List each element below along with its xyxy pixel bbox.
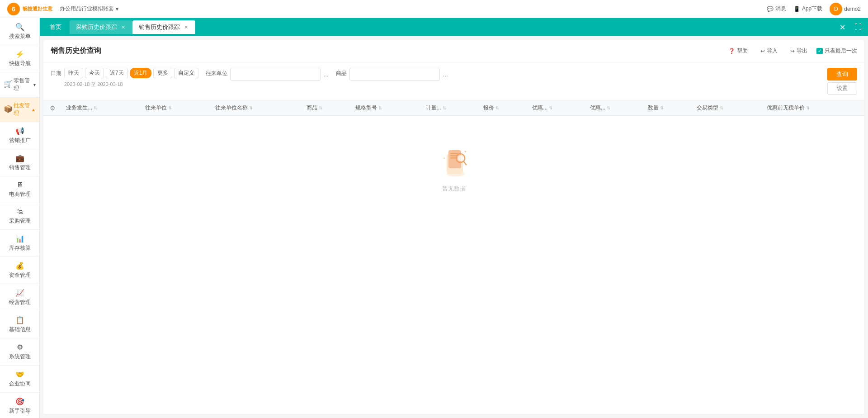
quick-nav-icon: ⚡ — [15, 50, 24, 58]
sort-icon-pre-tax-price: ⇅ — [806, 105, 810, 110]
show-last-checkbox[interactable]: ✓ 只看最后一次 — [816, 47, 857, 55]
product-filter-label: 商品 — [336, 70, 347, 77]
sidebar-item-system[interactable]: ⚙ 系统管理 — [0, 338, 39, 366]
main-layout: 🔍 搜索菜单 ⚡ 快捷导航 🛒 零售管理 ▾ 📦 批发管理 ▲ 📢 营销推广 💼… — [0, 18, 868, 418]
sidebar-item-guide[interactable]: 🎯 新手引导 — [0, 393, 39, 418]
th-product[interactable]: 商品 ⇅ — [302, 100, 351, 116]
th-partner-name[interactable]: 往来单位名称 ⇅ — [211, 100, 302, 116]
sort-icon-spec: ⇅ — [378, 105, 382, 110]
top-bar: 6 畅捷通好生意 办公用品行业模拟账套 ▾ 💬 消息 📱 App下载 D dem… — [0, 0, 868, 18]
date-btn-more[interactable]: 更多 — [153, 68, 172, 78]
query-button[interactable]: 查询 — [827, 68, 857, 81]
sidebar-item-label: 库存核算 — [9, 244, 31, 252]
product-filter-group: 商品 ... — [336, 68, 448, 81]
th-partner-code[interactable]: 往来单位 ⇅ — [141, 100, 211, 116]
date-btn-custom[interactable]: 自定义 — [174, 68, 198, 78]
sort-icon-discount2: ⇅ — [607, 105, 610, 110]
marketing-icon: 📢 — [15, 127, 24, 135]
tab-purchase-history[interactable]: 采购历史价跟踪 ✕ — [70, 20, 132, 34]
th-unit[interactable]: 计量... ⇅ — [421, 100, 479, 116]
ecommerce-icon: 🖥 — [16, 181, 24, 189]
sort-icon-partner-code: ⇅ — [168, 105, 172, 110]
partner-dots-btn[interactable]: ... — [323, 71, 329, 78]
sidebar-item-ecommerce[interactable]: 🖥 电商管理 — [0, 176, 39, 203]
avatar: D — [830, 3, 842, 15]
sidebar-item-inventory[interactable]: 📊 库存核算 — [0, 230, 39, 257]
tab-bar-actions: ✕ ⛶ — [837, 22, 864, 33]
th-pre-tax-price[interactable]: 优惠前无税单价 ⇅ — [762, 100, 864, 116]
product-input[interactable] — [349, 68, 440, 81]
workspace-selector[interactable]: 办公用品行业模拟账套 ▾ — [56, 3, 122, 14]
sidebar-item-label: 销售管理 — [9, 164, 31, 171]
sidebar-item-operation[interactable]: 📈 经营管理 — [0, 284, 39, 311]
sidebar-item-finance[interactable]: 💰 资金管理 — [0, 257, 39, 284]
top-bar-right: 💬 消息 📱 App下载 D demo2 — [767, 3, 861, 15]
th-settings[interactable]: ⚙ — [43, 100, 61, 116]
sidebar-item-sales[interactable]: 💼 销售管理 — [0, 149, 39, 176]
tab-sales-history-label: 销售历史价跟踪 — [139, 23, 180, 31]
table-settings-icon[interactable]: ⚙ — [50, 104, 56, 112]
help-label: 帮助 — [737, 47, 748, 55]
import-btn[interactable]: ↩ 导入 — [757, 45, 781, 57]
partner-filter-label: 往来单位 — [206, 70, 227, 77]
tab-sales-history[interactable]: 销售历史价跟踪 ✕ — [132, 20, 195, 34]
tab-purchase-history-close[interactable]: ✕ — [120, 24, 126, 30]
sidebar-item-search-menu[interactable]: 🔍 搜索菜单 — [0, 18, 39, 45]
tab-sales-history-close[interactable]: ✕ — [183, 24, 189, 30]
sidebar-item-retail[interactable]: 🛒 零售管理 ▾ — [0, 72, 39, 97]
data-table: ⚙ 业务发生... ⇅ 往来单 — [43, 100, 864, 116]
inventory-icon: 📊 — [15, 234, 24, 243]
sidebar-item-quick-nav[interactable]: ⚡ 快捷导航 — [0, 45, 39, 72]
purchase-icon: 🛍 — [16, 208, 24, 216]
settings-button[interactable]: 设置 — [827, 82, 857, 95]
date-btn-7days[interactable]: 近7天 — [106, 68, 128, 78]
user-menu[interactable]: D demo2 — [830, 3, 861, 15]
operation-icon: 📈 — [15, 289, 24, 297]
th-trade-type[interactable]: 交易类型 ⇅ — [692, 100, 762, 116]
th-biz-date[interactable]: 业务发生... ⇅ — [61, 100, 141, 116]
app-label: App下载 — [802, 5, 822, 13]
filter-actions: 查询 设置 — [827, 68, 857, 95]
date-filter-content: 昨天 今天 近7天 近1月 更多 自定义 2023-02-18 至 2023-0… — [64, 68, 198, 88]
app-download-btn[interactable]: 📱 App下载 — [793, 5, 822, 13]
th-spec[interactable]: 规格型号 ⇅ — [351, 100, 421, 116]
guide-icon: 🎯 — [15, 397, 24, 406]
partner-input[interactable] — [230, 68, 321, 81]
basic-info-icon: 📋 — [15, 316, 24, 324]
sort-icon-discount1: ⇅ — [549, 105, 552, 110]
th-discount1[interactable]: 优惠... ⇅ — [528, 100, 585, 116]
sidebar-item-coop[interactable]: 🤝 企业协同 — [0, 366, 39, 393]
wholesale-icon: 📦 — [4, 104, 13, 113]
sort-icon-partner-name: ⇅ — [249, 105, 253, 110]
close-tab-btn[interactable]: ✕ — [837, 22, 848, 33]
svg-line-8 — [464, 162, 467, 165]
product-dots-btn[interactable]: ... — [443, 71, 448, 78]
th-quantity[interactable]: 数量 ⇅ — [643, 100, 692, 116]
filter-bar: 日期 昨天 今天 近7天 近1月 更多 自定义 2023-02-18 至 202… — [43, 62, 864, 100]
sidebar-item-purchase[interactable]: 🛍 采购管理 — [0, 203, 39, 230]
workspace-name: 办公用品行业模拟账套 — [60, 5, 114, 13]
search-menu-icon: 🔍 — [15, 23, 24, 31]
sidebar-item-marketing[interactable]: 📢 营销推广 — [0, 122, 39, 149]
retail-expand-icon: ▾ — [33, 82, 36, 87]
message-label: 消息 — [775, 5, 786, 13]
export-btn[interactable]: ↪ 导出 — [787, 45, 811, 57]
sidebar-item-label: 快捷导航 — [9, 60, 31, 67]
date-btn-1month[interactable]: 近1月 — [130, 68, 152, 78]
th-discount2[interactable]: 优惠... ⇅ — [585, 100, 643, 116]
sidebar-item-wholesale[interactable]: 📦 批发管理 ▲ — [0, 97, 39, 122]
maximize-btn[interactable]: ⛶ — [852, 22, 864, 33]
th-quoted-price[interactable]: 报价 ⇅ — [479, 100, 528, 116]
logo-area[interactable]: 6 畅捷通好生意 — [7, 3, 52, 15]
sidebar-item-basic-info[interactable]: 📋 基础信息 — [0, 311, 39, 338]
workspace-dropdown-icon: ▾ — [116, 6, 118, 12]
date-btn-yesterday[interactable]: 昨天 — [64, 68, 83, 78]
table-container: ⚙ 业务发生... ⇅ 往来单 — [43, 100, 864, 414]
tab-home[interactable]: 首页 — [43, 20, 68, 34]
help-btn[interactable]: ❓ 帮助 — [725, 45, 751, 57]
message-btn[interactable]: 💬 消息 — [767, 5, 786, 13]
show-last-label: 只看最后一次 — [825, 47, 857, 55]
sidebar-item-label: 新手引导 — [9, 407, 31, 415]
date-btn-today[interactable]: 今天 — [85, 68, 104, 78]
help-icon: ❓ — [728, 48, 735, 54]
